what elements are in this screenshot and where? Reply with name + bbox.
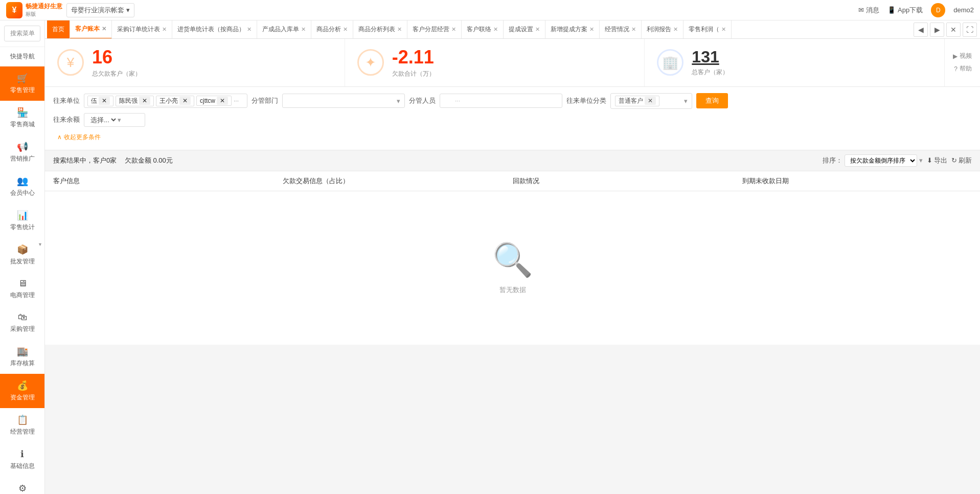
- tab-customer-segment[interactable]: 客户分层经营 ✕: [407, 20, 462, 39]
- sidebar-label-capital: 资金管理: [10, 393, 35, 402]
- sidebar-item-retail-stats[interactable]: 📊 零售统计: [0, 204, 44, 238]
- tab-close-product-analysis-list[interactable]: ✕: [397, 26, 402, 33]
- tab-close-profit-report[interactable]: ✕: [673, 26, 678, 33]
- sidebar-item-purchase[interactable]: 🛍 采购管理: [0, 306, 44, 340]
- member-center-icon: 👥: [17, 175, 28, 187]
- tab-close-all-button[interactable]: ✕: [946, 23, 961, 37]
- retail-mall-icon: 🏪: [17, 107, 28, 118]
- tab-new-commission-plan[interactable]: 新增提成方案 ✕: [545, 20, 600, 39]
- tab-commission-settings[interactable]: 提成设置 ✕: [504, 20, 545, 39]
- avatar[interactable]: D: [931, 3, 945, 17]
- sidebar-item-marketing[interactable]: 📢 营销推广: [0, 135, 44, 169]
- tab-product-instock[interactable]: 产成品入库单 ✕: [257, 20, 311, 39]
- tab-close-commission-settings[interactable]: ✕: [535, 26, 540, 33]
- tab-customer-contact[interactable]: 客户联络 ✕: [462, 20, 504, 39]
- export-btn[interactable]: ⬇ 导出: [927, 156, 947, 165]
- col-overdue-info: 欠款交易信息（占比）: [283, 176, 512, 186]
- username-label: demo2: [953, 6, 974, 14]
- unit-tag-wang-close[interactable]: ✕: [179, 97, 191, 105]
- tab-product-analysis-list[interactable]: 商品分析列表 ✕: [353, 20, 407, 39]
- refresh-btn[interactable]: ↻ 刷新: [951, 156, 972, 165]
- unit-tag-chen-close[interactable]: ✕: [139, 97, 150, 105]
- tab-prev-button[interactable]: ◀: [914, 23, 928, 37]
- tab-label-purchase-order: 采购订单统计表: [117, 25, 160, 34]
- tab-retail-profit[interactable]: 零售利润（ ✕: [683, 20, 732, 39]
- sidebar-label-operation: 经营管理: [10, 428, 35, 436]
- person-filter-label: 分管人员: [409, 96, 436, 105]
- sidebar-item-batch-mgmt[interactable]: 📦 批发管理 ▼: [0, 238, 44, 272]
- balance-select[interactable]: 选择...: [88, 116, 118, 124]
- tab-close-instock-stats[interactable]: ✕: [247, 26, 252, 33]
- home-tab-label: 首页: [52, 25, 64, 34]
- filter-row-2: 往来余额 选择... ▾: [53, 113, 972, 127]
- app-download-btn[interactable]: 📱 App下载: [887, 6, 923, 15]
- tab-instock-stats[interactable]: 进货单统计表（按商品） ✕: [172, 20, 257, 39]
- top-bar: ¥ 畅捷通好生意 标版 母婴行业演示帐套 ▾ ✉ 消息 📱 App下载 D de…: [0, 0, 980, 20]
- unit-class-select[interactable]: 普通客户 ✕ ▾: [610, 93, 692, 109]
- unit-tag-cjttcw[interactable]: cjttcw ✕: [196, 96, 232, 106]
- sort-select[interactable]: 按欠款金额倒序排序: [845, 154, 917, 167]
- tab-close-purchase-order[interactable]: ✕: [162, 26, 167, 33]
- unit-tag-wu-close[interactable]: ✕: [99, 97, 110, 105]
- message-btn[interactable]: ✉ 消息: [858, 6, 879, 15]
- tab-close-new-commission-plan[interactable]: ✕: [589, 26, 594, 33]
- unit-class-tag-normal-close[interactable]: ✕: [645, 97, 656, 105]
- tab-close-customer-segment[interactable]: ✕: [451, 26, 456, 33]
- logo-area: ¥ 畅捷通好生意 标版: [6, 2, 62, 18]
- tab-product-analysis[interactable]: 商品分析 ✕: [311, 20, 353, 39]
- unit-class-arrow-icon: ▾: [684, 97, 688, 105]
- tab-close-retail-profit[interactable]: ✕: [721, 26, 726, 33]
- unit-tag-more[interactable]: ···: [234, 97, 239, 104]
- query-button[interactable]: 查询: [696, 93, 728, 108]
- tab-purchase-order[interactable]: 采购订单统计表 ✕: [112, 20, 172, 39]
- search-menu-button[interactable]: 搜索菜单: [4, 26, 40, 41]
- expand-icon: ▼: [38, 242, 42, 247]
- balance-input[interactable]: 选择... ▾: [84, 113, 145, 127]
- unit-tag-chen[interactable]: 陈民强 ✕: [116, 96, 154, 106]
- unit-tag-cjttcw-close[interactable]: ✕: [217, 97, 228, 105]
- tab-close-product-instock[interactable]: ✕: [301, 26, 306, 33]
- sidebar-item-retail-mgmt[interactable]: 🛒 零售管理: [0, 66, 44, 101]
- tab-profit-report[interactable]: 利润报告 ✕: [642, 20, 683, 39]
- tab-next-button[interactable]: ▶: [930, 23, 944, 37]
- sidebar-item-basic-info[interactable]: ℹ 基础信息: [0, 442, 44, 477]
- unit-filter-label: 往来单位: [53, 96, 80, 105]
- play-icon: ▶: [953, 53, 958, 60]
- stat-value-total-customers: 131: [692, 48, 728, 66]
- top-bar-left: ¥ 畅捷通好生意 标版 母婴行业演示帐套 ▾: [6, 2, 134, 18]
- sidebar-item-inventory[interactable]: 🏬 库存核算: [0, 340, 44, 374]
- unit-tag-wang[interactable]: 王小亮 ✕: [156, 96, 194, 106]
- tab-close-customer-balance[interactable]: ✕: [102, 26, 106, 32]
- unit-tag-container[interactable]: 伍 ✕ 陈民强 ✕ 王小亮 ✕ cjttcw ✕: [84, 94, 247, 108]
- tab-home[interactable]: 首页: [47, 20, 70, 39]
- overdue-amount-text: 欠款金额 0.00元: [125, 156, 173, 164]
- tab-fullscreen-button[interactable]: ⛶: [963, 23, 977, 37]
- person-more-icon: ···: [455, 97, 460, 104]
- video-btn[interactable]: ▶ 视频: [953, 52, 972, 60]
- stat-info-3: 131 总客户（家）: [692, 48, 728, 77]
- tab-close-product-analysis[interactable]: ✕: [343, 26, 348, 33]
- dept-select[interactable]: ▾: [282, 94, 405, 108]
- tab-operation-status[interactable]: 经营情况 ✕: [600, 20, 642, 39]
- unit-tag-wu[interactable]: 伍 ✕: [87, 96, 113, 106]
- tab-close-operation-status[interactable]: ✕: [631, 26, 636, 33]
- company-selector[interactable]: 母婴行业演示帐套 ▾: [66, 3, 134, 17]
- collapse-btn[interactable]: ∧ 收起更多条件: [53, 131, 972, 144]
- unit-class-tag-normal[interactable]: 普通客户 ✕: [615, 96, 659, 106]
- help-btn[interactable]: ? 帮助: [954, 64, 972, 73]
- tab-customer-balance[interactable]: 客户账本 ✕: [70, 20, 112, 39]
- sidebar-item-system[interactable]: ⚙ 系统管理: [0, 477, 44, 494]
- sidebar-item-member-center[interactable]: 👥 会员中心: [0, 169, 44, 204]
- basic-info-icon: ℹ: [20, 448, 24, 460]
- result-info: 搜索结果中，客户0家 欠款金额 0.00元: [53, 156, 173, 165]
- operation-icon: 📋: [17, 414, 28, 425]
- tab-close-customer-contact[interactable]: ✕: [493, 26, 498, 33]
- quick-nav-button[interactable]: 快捷导航: [0, 47, 44, 66]
- sidebar-item-retail-mall[interactable]: 🏪 零售商城: [0, 101, 44, 135]
- sidebar-label-basic-info: 基础信息: [10, 462, 35, 470]
- sidebar-item-capital[interactable]: 💰 资金管理: [0, 374, 44, 408]
- sidebar-item-operation[interactable]: 📋 经营管理: [0, 408, 44, 442]
- stats-bar: ¥ 16 总欠款客户（家） ✦ -2.11 欠款合计（万） 🏢: [45, 39, 980, 87]
- sidebar-item-ecommerce[interactable]: 🖥 电商管理: [0, 272, 44, 306]
- person-select[interactable]: ···: [440, 94, 562, 108]
